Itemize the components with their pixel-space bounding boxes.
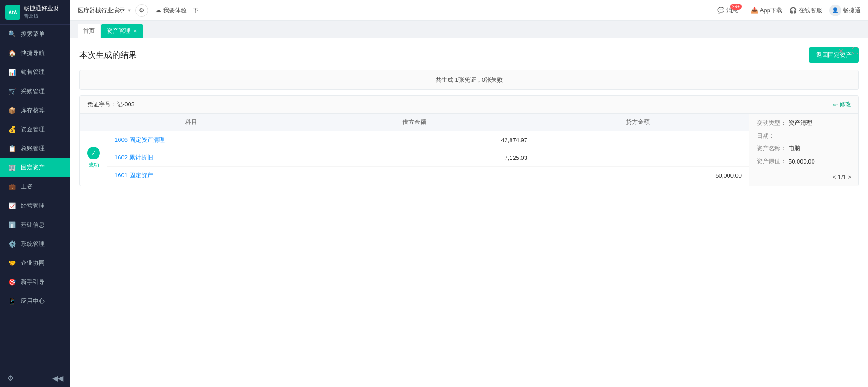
debit-cell-3 xyxy=(321,167,535,184)
sidebar-item-fixed-assets[interactable]: 🏢 固定资产 xyxy=(0,158,70,177)
sidebar-item-system[interactable]: ⚙️ 系统管理 xyxy=(0,234,70,253)
success-circle-icon: ✓ xyxy=(87,147,100,159)
success-indicator: ✓ 成功 xyxy=(80,131,107,184)
debit-cell-1: 42,874.97 xyxy=(321,131,535,149)
voucher-body: 科目 借方金额 贷方金额 ✓ 成功 xyxy=(80,114,858,186)
expand-button[interactable]: ⛶ xyxy=(850,45,861,56)
asset-name-label: 资产名称： xyxy=(757,144,789,153)
sidebar-label-inventory: 库存核算 xyxy=(21,106,45,114)
sidebar-label-sales: 销售管理 xyxy=(21,68,45,76)
table-row: 1602 累计折旧 7,125.03 xyxy=(107,149,749,167)
sidebar-label-basic-info: 基础信息 xyxy=(21,221,45,229)
detail-change-type: 变动类型： 资产清理 xyxy=(757,119,851,127)
close-button[interactable]: ✕ xyxy=(835,45,846,56)
chevron-down-icon: ▼ xyxy=(127,8,132,13)
summary-text: 共生成 1张凭证，0张失败 xyxy=(436,76,503,83)
sidebar-item-basic-info[interactable]: ℹ️ 基础信息 xyxy=(0,215,70,234)
sidebar-item-inventory[interactable]: 📦 库存核算 xyxy=(0,101,70,120)
sidebar-logo: AtA 畅捷通好业财 普及版 xyxy=(0,0,70,25)
edit-label: 修改 xyxy=(839,100,851,109)
sidebar-label-management: 经营管理 xyxy=(21,202,45,210)
col-debit: 借方金额 xyxy=(303,114,526,131)
message-badge: 99+ xyxy=(730,4,742,10)
basic-info-icon: ℹ️ xyxy=(7,220,16,229)
topbar: 医疗器械行业演示 ▼ ⚙ ☁ 我要体验一下 💬 消息 99+ 📥 App下载 🎧… xyxy=(70,0,868,21)
subject-cell-1[interactable]: 1606 固定资产清理 xyxy=(107,131,321,149)
app-name: 畅捷通好业财 普及版 xyxy=(24,5,59,20)
voucher-section: 凭证字号：记-003 ✏ 修改 科目 借方金额 xyxy=(79,95,859,186)
edit-icon: ✏ xyxy=(833,101,838,108)
messages-button[interactable]: 💬 消息 99+ xyxy=(717,6,738,15)
table-rows-wrapper: ✓ 成功 1606 固定资产清理 42,874.97 xyxy=(80,131,749,184)
asset-value-value: 50,000.00 xyxy=(789,158,851,165)
edit-button[interactable]: ✏ 修改 xyxy=(833,100,851,109)
content-controls: ✕ ⛶ xyxy=(835,45,861,56)
collapse-icon[interactable]: ◀◀ xyxy=(52,374,63,382)
voucher-header: 凭证字号：记-003 ✏ 修改 xyxy=(80,96,858,114)
voucher-code: 凭证字号：记-003 xyxy=(87,100,134,109)
guide-icon: 🎯 xyxy=(7,278,16,287)
sidebar-item-funds[interactable]: 💰 资金管理 xyxy=(0,120,70,139)
payroll-icon: 💼 xyxy=(7,182,16,191)
tab-asset-mgmt[interactable]: 资产管理 ✕ xyxy=(101,24,143,38)
page-header: 本次生成的结果 返回固定资产 xyxy=(79,47,859,63)
subject-cell-2[interactable]: 1602 累计折旧 xyxy=(107,149,321,166)
subject-cell-3[interactable]: 1601 固定资产 xyxy=(107,167,321,184)
settings-bottom-icon[interactable]: ⚙ xyxy=(7,374,14,382)
home-icon: 🏠 xyxy=(7,49,16,58)
detail-asset-name: 资产名称： 电脑 xyxy=(757,144,851,153)
sidebar-bottom: ⚙ ◀◀ xyxy=(0,369,70,387)
topbar-right: 💬 消息 99+ 📥 App下载 🎧 在线客服 👤 畅捷通 xyxy=(717,5,861,16)
change-type-label: 变动类型： xyxy=(757,119,789,127)
sidebar-label-guide: 新手引导 xyxy=(21,278,45,286)
purchase-icon: 🛒 xyxy=(7,87,16,96)
user-profile-button[interactable]: 👤 畅捷通 xyxy=(829,5,861,16)
sidebar-item-search[interactable]: 🔍 搜索菜单 xyxy=(0,25,70,44)
topbar-settings-button[interactable]: ⚙ xyxy=(135,4,148,17)
download-icon: 📥 xyxy=(751,7,758,14)
sidebar-item-apps[interactable]: 📱 应用中心 xyxy=(0,292,70,311)
online-service-button[interactable]: 🎧 在线客服 xyxy=(789,6,822,15)
table-row: 1601 固定资产 50,000.00 xyxy=(107,167,749,184)
sidebar-nav: 🔍 搜索菜单 🏠 快捷导航 📊 销售管理 🛒 采购管理 📦 库存核算 💰 资金管… xyxy=(0,25,70,369)
topbar-left: 医疗器械行业演示 ▼ ⚙ ☁ 我要体验一下 xyxy=(78,4,198,17)
try-label: 我要体验一下 xyxy=(163,6,198,15)
inventory-icon: 📦 xyxy=(7,106,16,115)
sidebar-label-quick-nav: 快捷导航 xyxy=(21,49,45,57)
credit-cell-2 xyxy=(535,149,749,166)
sidebar-item-guide[interactable]: 🎯 新手引导 xyxy=(0,273,70,292)
sidebar-item-quick-nav[interactable]: 🏠 快捷导航 xyxy=(0,44,70,63)
try-experience-button[interactable]: ☁ 我要体验一下 xyxy=(155,6,198,15)
management-icon: 📈 xyxy=(7,201,16,210)
tab-home-label: 首页 xyxy=(83,27,95,35)
funds-icon: 💰 xyxy=(7,125,16,134)
company-selector[interactable]: 医疗器械行业演示 ▼ xyxy=(78,6,132,15)
table-header: 科目 借方金额 贷方金额 xyxy=(80,114,749,131)
cloud-icon: ☁ xyxy=(155,7,161,14)
sidebar-label-system: 系统管理 xyxy=(21,240,45,248)
col-subject: 科目 xyxy=(80,114,303,131)
tab-close-icon[interactable]: ✕ xyxy=(133,28,137,34)
main-container: 医疗器械行业演示 ▼ ⚙ ☁ 我要体验一下 💬 消息 99+ 📥 App下载 🎧… xyxy=(70,0,868,387)
system-icon: ⚙️ xyxy=(7,239,16,248)
sidebar-label-payroll: 工资 xyxy=(21,183,33,191)
sidebar-item-sales[interactable]: 📊 销售管理 xyxy=(0,63,70,82)
pagination-info[interactable]: < 1/1 > xyxy=(833,174,851,180)
sidebar-item-purchase[interactable]: 🛒 采购管理 xyxy=(0,82,70,101)
app-download-label: App下载 xyxy=(760,6,782,15)
table-row: 1606 固定资产清理 42,874.97 xyxy=(107,131,749,149)
sidebar-item-enterprise[interactable]: 🤝 企业协同 xyxy=(0,253,70,273)
sidebar-label-funds: 资金管理 xyxy=(21,125,45,134)
enterprise-icon: 🤝 xyxy=(7,258,16,268)
sidebar-item-management[interactable]: 📈 经营管理 xyxy=(0,196,70,215)
ledger-icon: 📋 xyxy=(7,144,16,153)
credit-cell-3: 50,000.00 xyxy=(535,167,749,184)
asset-name-value: 电脑 xyxy=(789,144,851,153)
tab-home[interactable]: 首页 xyxy=(78,24,100,38)
sidebar-item-payroll[interactable]: 💼 工资 xyxy=(0,177,70,196)
app-download-button[interactable]: 📥 App下载 xyxy=(751,6,782,15)
debit-cell-2: 7,125.03 xyxy=(321,149,535,166)
online-service-label: 在线客服 xyxy=(799,6,822,15)
content-area: 本次生成的结果 返回固定资产 共生成 1张凭证，0张失败 凭证字号：记-003 … xyxy=(70,38,868,387)
sidebar-item-ledger[interactable]: 📋 总账管理 xyxy=(0,139,70,158)
